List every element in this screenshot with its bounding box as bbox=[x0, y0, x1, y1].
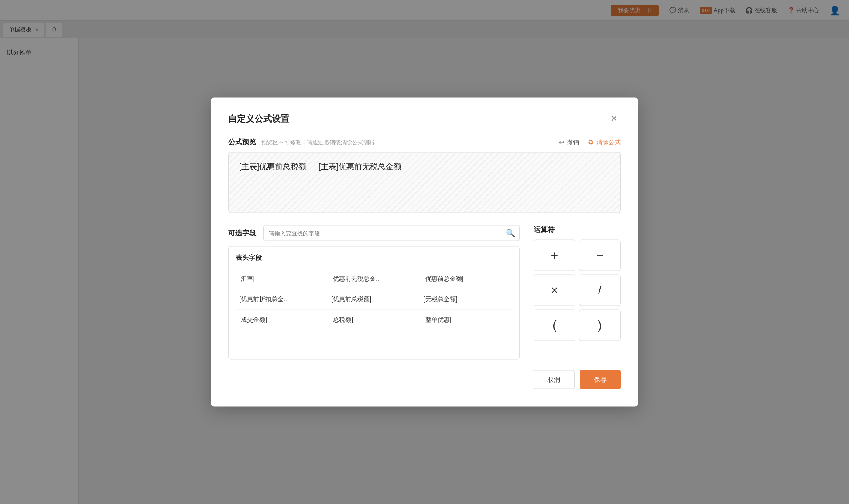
dialog-footer: 取消 保存 bbox=[228, 370, 621, 389]
cancel-button[interactable]: 取消 bbox=[533, 370, 575, 389]
formula-content: [主表]优惠前总税额 － [主表]优惠前无税总金额 bbox=[239, 161, 610, 172]
operators-label: 运算符 bbox=[534, 225, 621, 235]
field-item-3[interactable]: [优惠前折扣总金... bbox=[236, 289, 328, 310]
field-search-input[interactable] bbox=[263, 225, 520, 241]
undo-icon: ↩ bbox=[558, 138, 564, 146]
search-icon: 🔍 bbox=[506, 228, 515, 238]
op-right-paren[interactable]: ) bbox=[579, 310, 621, 341]
op-left-paren[interactable]: ( bbox=[534, 310, 575, 341]
field-item-2[interactable]: [优惠前总金额] bbox=[420, 269, 512, 289]
dialog-title: 自定义公式设置 bbox=[228, 112, 289, 124]
search-wrapper: 🔍 bbox=[263, 225, 520, 241]
fields-header: 可选字段 🔍 bbox=[228, 225, 520, 241]
formula-hint: 预览区不可修改，请通过撤销或清除公式编辑 bbox=[261, 138, 553, 146]
op-minus[interactable]: － bbox=[579, 240, 621, 271]
fields-grid: [汇率] [优惠前无税总金... [优惠前总金额] [优惠前折扣总金... [优… bbox=[236, 269, 512, 330]
clear-formula-button[interactable]: ♻ 清除公式 bbox=[588, 138, 621, 146]
undo-button[interactable]: ↩ 撤销 bbox=[558, 138, 579, 146]
formula-preview-box: [主表]优惠前总税额 － [主表]优惠前无税总金额 bbox=[228, 152, 621, 213]
clear-icon: ♻ bbox=[588, 138, 594, 146]
formula-section-header: 公式预览 预览区不可修改，请通过撤销或清除公式编辑 ↩ 撤销 ♻ 清除公式 bbox=[228, 138, 621, 147]
field-item-6[interactable]: [成交金额] bbox=[236, 310, 328, 330]
field-item-4[interactable]: [优惠前总税额] bbox=[328, 289, 420, 310]
close-button[interactable]: ✕ bbox=[607, 112, 621, 126]
op-multiply[interactable]: × bbox=[534, 275, 575, 306]
op-divide[interactable]: / bbox=[579, 275, 621, 306]
fields-list-container: 表头字段 [汇率] [优惠前无税总金... [优惠前总金额] [优惠前折扣总金.… bbox=[228, 246, 520, 360]
field-item-0[interactable]: [汇率] bbox=[236, 269, 328, 289]
field-item-8[interactable]: [整单优惠] bbox=[420, 310, 512, 330]
fields-panel: 可选字段 🔍 表头字段 [汇率] [优惠前无税总金... [优惠前总金额] [优… bbox=[228, 225, 520, 360]
bottom-section: 可选字段 🔍 表头字段 [汇率] [优惠前无税总金... [优惠前总金额] [优… bbox=[228, 225, 621, 360]
fields-label: 可选字段 bbox=[228, 228, 256, 238]
formula-actions: ↩ 撤销 ♻ 清除公式 bbox=[558, 138, 621, 146]
operators-panel: 运算符 + － × / ( ) bbox=[534, 225, 621, 360]
fields-group-title: 表头字段 bbox=[236, 254, 512, 262]
operators-grid: + － × / ( ) bbox=[534, 240, 621, 341]
formula-label: 公式预览 bbox=[228, 138, 256, 147]
field-item-7[interactable]: [总税额] bbox=[328, 310, 420, 330]
op-plus[interactable]: + bbox=[534, 240, 575, 271]
formula-dialog: 自定义公式设置 ✕ 公式预览 预览区不可修改，请通过撤销或清除公式编辑 ↩ 撤销… bbox=[211, 98, 638, 407]
field-item-1[interactable]: [优惠前无税总金... bbox=[328, 269, 420, 289]
field-item-5[interactable]: [无税总金额] bbox=[420, 289, 512, 310]
dialog-header: 自定义公式设置 ✕ bbox=[228, 112, 621, 126]
save-button[interactable]: 保存 bbox=[580, 370, 621, 389]
